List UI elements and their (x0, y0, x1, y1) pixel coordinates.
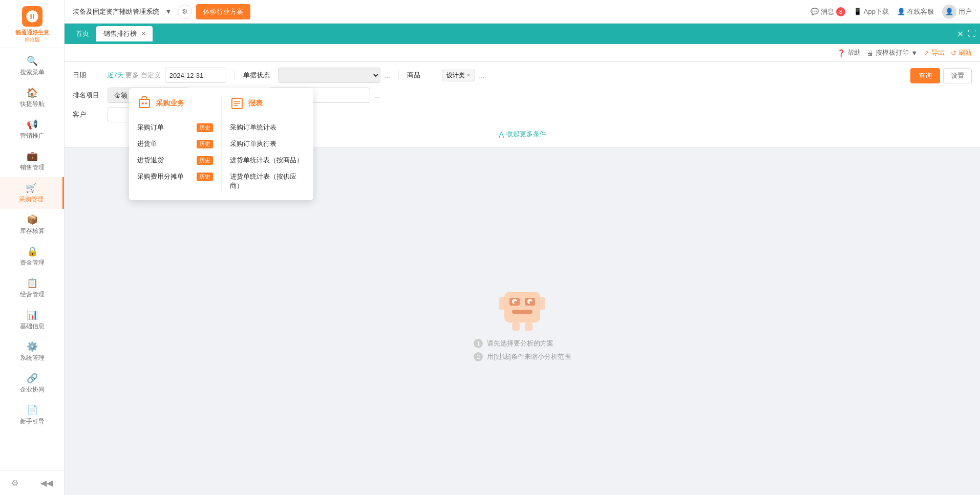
sidebar-label-operation: 经营管理 (20, 290, 45, 299)
date-7days[interactable]: 近7天 (108, 71, 123, 80)
message-icon: 💬 (811, 8, 819, 15)
help-button[interactable]: ❓ 帮助 (837, 48, 861, 57)
sidebar-item-sales[interactable]: 💼 销售管理 (0, 145, 64, 177)
sidebar-label-capital: 资金管理 (20, 259, 45, 267)
sidebar-label-search: 搜索菜单 (20, 68, 45, 77)
doc-status-section: 单据状态 ... (243, 68, 390, 83)
refresh-button[interactable]: ↺ 刷新 (951, 48, 972, 57)
menu-item-incoming-label: 进货单 (137, 139, 157, 148)
customer-label: 客户 (73, 110, 103, 119)
search-nav-icon: 🔍 (27, 55, 38, 67)
sidebar-item-enterprise[interactable]: 🔗 企业协同 (0, 368, 64, 399)
menu-item-incoming-stats-goods[interactable]: 进货单统计表（按商品） (226, 152, 310, 168)
sidebar-label-sales: 销售管理 (20, 163, 45, 172)
tab-sales-rank[interactable]: 销售排行榜 × (96, 26, 153, 41)
print-button[interactable]: 🖨 按模板打印 ▼ (867, 48, 918, 57)
sidebar-item-purchase[interactable]: 🛒 采购管理 (0, 177, 64, 209)
filter-row-1: 日期 近7天 更多 自定义 单据状态 (73, 67, 972, 83)
logo-sub: 标准版 (25, 36, 40, 44)
hint-num-1: 1 (474, 339, 483, 348)
settings-bottom-icon[interactable]: ⚙ (9, 476, 20, 490)
header-settings-button[interactable]: ⚙ (178, 5, 192, 19)
base-nav-icon: 📊 (27, 309, 38, 320)
app-icon: 📱 (854, 8, 862, 15)
menu-item-incoming[interactable]: 进货单 历史 (133, 136, 217, 152)
sidebar-item-newbie[interactable]: 📄 新手引导 (0, 399, 64, 431)
sidebar-label-system: 系统管理 (20, 354, 45, 362)
window-maximize-icon[interactable]: ⛶ (968, 29, 976, 39)
user-label: 用户 (958, 7, 972, 16)
date-more[interactable]: 更多 (125, 71, 139, 80)
doc-status-select[interactable] (278, 68, 380, 83)
report-menu-icon (230, 96, 244, 111)
dropdown-menu: 采购业务 采购订单 历史 进货单 历史 进货退货 历史 (129, 88, 313, 200)
sidebar-label-guide: 快捷导航 (20, 100, 45, 109)
empty-hints: 1 请先选择要分析的方案 2 用[过滤]条件来缩小分析范围 (474, 339, 570, 361)
menu-item-return-label: 进货退货 (137, 156, 164, 165)
logo-text: 畅通通好生意 (15, 29, 49, 36)
collapse-up-icon: ⋀ (499, 131, 504, 138)
dropdown-col1-header: 采购业务 (133, 94, 217, 116)
goods-tag-close[interactable]: × (467, 72, 471, 79)
settings-button[interactable]: 设置 (943, 68, 972, 83)
sidebar-label-inventory: 库存核算 (20, 227, 45, 235)
app-download-action[interactable]: 📱 App下载 (854, 7, 889, 16)
goods-dots: ... (479, 72, 485, 79)
sidebar-item-system[interactable]: ⚙️ 系统管理 (0, 336, 64, 368)
menu-item-expense[interactable]: 采购费用分摊单 历史 (133, 168, 217, 185)
svg-point-11 (529, 301, 532, 304)
date-input[interactable] (165, 68, 226, 83)
sidebar-item-base[interactable]: 📊 基础信息 (0, 304, 64, 336)
inventory-nav-icon: 📦 (27, 214, 38, 225)
date-custom[interactable]: 自定义 (141, 71, 161, 80)
collapse-sidebar-icon[interactable]: ◀◀ (38, 476, 55, 490)
system-dropdown-button[interactable]: ▼ (163, 7, 174, 17)
capital-nav-icon: 🔒 (27, 246, 38, 257)
enterprise-nav-icon: 🔗 (27, 373, 38, 384)
menu-item-expense-label: 采购费用分摊单 (137, 172, 184, 181)
system-nav-icon: ⚙️ (27, 341, 38, 352)
marketing-nav-icon: 📢 (27, 119, 38, 130)
tab-home[interactable]: 首页 (69, 26, 96, 41)
empty-svg (492, 282, 553, 333)
logo-area: 畅通通好生意 标准版 (0, 0, 64, 48)
menu-item-incoming-stats-supplier[interactable]: 进货单统计表（按供应商） (226, 168, 310, 194)
purchase-menu-icon (137, 96, 152, 111)
app-label: App下载 (864, 7, 889, 16)
svg-rect-7 (525, 322, 532, 331)
history-badge-4: 历史 (197, 173, 213, 181)
export-button[interactable]: ↗ 导出 (924, 48, 945, 57)
menu-item-po-stats[interactable]: 采购订单统计表 (226, 119, 310, 136)
dropdown-col1-title: 采购业务 (156, 99, 184, 108)
message-label: 消息 (821, 7, 834, 16)
tab-sales-rank-label: 销售排行榜 (103, 29, 137, 38)
empty-illustration (492, 282, 553, 333)
user-action[interactable]: 👤 用户 (942, 5, 972, 19)
message-action[interactable]: 💬 消息 8 (811, 7, 845, 16)
sidebar-item-marketing[interactable]: 📢 营销推广 (0, 114, 64, 145)
svg-point-13 (142, 102, 144, 104)
online-service-action[interactable]: 👤 在线客服 (897, 7, 934, 16)
user-avatar: 👤 (942, 5, 956, 19)
toolbar: ❓ 帮助 🖨 按模板打印 ▼ ↗ 导出 ↺ 刷新 (65, 44, 980, 62)
doc-status-label: 单据状态 (243, 71, 274, 80)
tab-close-icon[interactable]: × (142, 30, 145, 37)
collapse-label: 收起更多条件 (506, 130, 546, 139)
menu-item-purchase-order[interactable]: 采购订单 历史 (133, 119, 217, 136)
refresh-label: 刷新 (958, 48, 972, 57)
svg-rect-4 (499, 297, 505, 310)
sidebar-item-inventory[interactable]: 📦 库存核算 (0, 209, 64, 241)
industry-button[interactable]: 体验行业方案 (196, 4, 250, 19)
sidebar-item-search[interactable]: 🔍 搜索菜单 (0, 50, 64, 82)
tab-home-label: 首页 (76, 29, 89, 38)
sidebar-item-capital[interactable]: 🔒 资金管理 (0, 241, 64, 272)
menu-item-po-exec[interactable]: 采购订单执行表 (226, 136, 310, 152)
query-button[interactable]: 查询 (910, 68, 940, 83)
print-dropdown-icon[interactable]: ▼ (911, 49, 918, 57)
menu-item-return[interactable]: 进货退货 历史 (133, 152, 217, 168)
message-badge: 8 (836, 7, 845, 16)
window-close-icon[interactable]: ✕ (957, 29, 964, 39)
svg-rect-6 (512, 322, 520, 331)
sidebar-item-operation[interactable]: 📋 经营管理 (0, 272, 64, 304)
sidebar-item-guide[interactable]: 🏠 快捷导航 (0, 82, 64, 114)
